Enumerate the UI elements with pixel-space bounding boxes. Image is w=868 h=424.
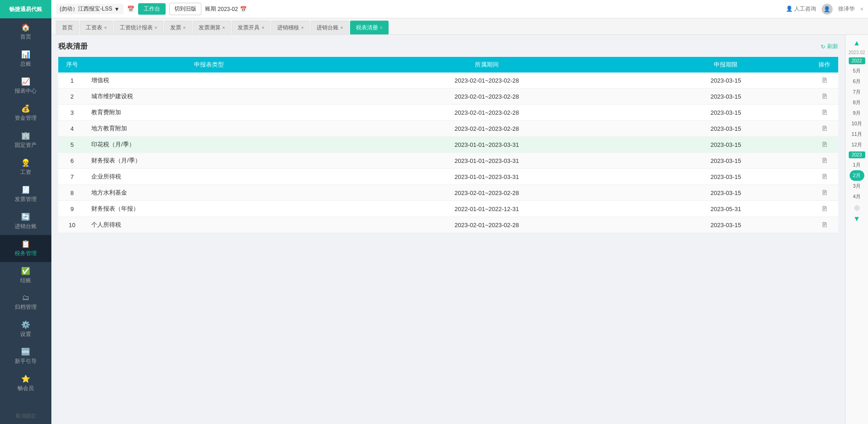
tab-invoice-open[interactable]: 发票开具 ×	[232, 21, 270, 34]
sidebar-item-reports[interactable]: 📈 报表中心	[0, 73, 51, 100]
switch-old-button[interactable]: 切到旧版	[169, 3, 201, 15]
period-value: 2023-02	[218, 6, 238, 12]
timeline-year-2023: 2023	[849, 151, 865, 158]
sidebar-item-guide[interactable]: 🆕 新手引导	[0, 343, 51, 370]
page-title: 税表清册	[58, 42, 88, 51]
sidebar-item-settings[interactable]: ⚙️ 设置	[0, 316, 51, 343]
sidebar-item-tax[interactable]: 📋 税务管理	[0, 235, 51, 262]
tab-salary-label: 工资表	[86, 24, 102, 32]
period-label: 账期	[205, 5, 216, 13]
timeline-month-2-active[interactable]: 2月	[850, 170, 864, 181]
user-service-button[interactable]: 👤 人工咨询	[786, 5, 816, 13]
timeline-collapse-button[interactable]: ◎	[852, 202, 862, 213]
action-icon[interactable]: 🖹	[821, 205, 828, 212]
sidebar-item-reconcile[interactable]: 🔄 进销台账	[0, 208, 51, 235]
action-icon[interactable]: 🖹	[821, 221, 828, 229]
timeline-month-7[interactable]: 7月	[846, 87, 868, 97]
action-icon[interactable]: 🖹	[821, 141, 828, 148]
action-icon[interactable]: 🖹	[821, 173, 828, 180]
sidebar-item-label: 固定资产	[15, 141, 37, 149]
cell-type: 地方水利基金	[86, 185, 333, 201]
col-header-action: 操作	[811, 57, 838, 73]
cell-period: 2023-01-01~2023-03-31	[333, 153, 641, 169]
tab-salary-stats[interactable]: 工资统计报表 ×	[114, 21, 163, 34]
cell-action: 🖹	[811, 201, 838, 217]
tab-invoice[interactable]: 发票 ×	[164, 21, 192, 34]
sidebar-item-funds[interactable]: 💰 资金管理	[0, 100, 51, 127]
refresh-button[interactable]: ↻ 刷新	[821, 43, 838, 50]
calendar-icon: 📅	[127, 6, 134, 12]
cell-index: 2	[58, 89, 86, 105]
action-icon[interactable]: 🖹	[821, 77, 828, 84]
tab-purchase-ledger-close[interactable]: ×	[340, 25, 343, 30]
tab-home[interactable]: 首页	[56, 21, 79, 34]
unpin-button[interactable]: 取消固定	[0, 408, 51, 424]
company-name: (勿动）江西报宝-LSS	[60, 5, 112, 13]
workbench-button[interactable]: 工作台	[138, 3, 166, 15]
tab-salary-close[interactable]: ×	[104, 25, 107, 30]
timeline-month-4[interactable]: 4月	[846, 191, 868, 202]
timeline-month-12[interactable]: 12月	[846, 139, 868, 150]
tab-purchase-check-close[interactable]: ×	[301, 25, 304, 30]
tab-purchase-check[interactable]: 进销稽核 ×	[271, 21, 310, 34]
sidebar-item-member[interactable]: ⭐ 畅会员	[0, 370, 51, 397]
timeline-month-1[interactable]: 1月	[846, 160, 868, 170]
funds-icon: 💰	[21, 104, 30, 113]
chevron-down-icon: ▼	[114, 6, 120, 12]
timeline-month-3[interactable]: 3月	[846, 181, 868, 191]
sidebar-item-archive[interactable]: 🗂 归档管理	[0, 289, 51, 316]
tab-invoice-query-close[interactable]: ×	[223, 25, 225, 30]
invoice-icon: 🧾	[21, 185, 30, 194]
timeline-nav-down[interactable]: ▼	[851, 213, 862, 225]
tab-tax-clearance-label: 税表清册	[356, 24, 378, 32]
action-icon[interactable]: 🖹	[821, 93, 828, 100]
tab-invoice-open-label: 发票开具	[238, 24, 260, 32]
cell-deadline: 2023-03-15	[641, 89, 811, 105]
col-header-deadline: 申报期限	[641, 57, 811, 73]
reports-icon: 📈	[21, 77, 30, 86]
timeline-nav-up[interactable]: ▲	[851, 37, 862, 49]
sidebar-item-label: 结账	[20, 277, 31, 285]
cell-deadline: 2023-03-15	[641, 121, 811, 137]
window-close-icon[interactable]: ×	[860, 6, 863, 12]
sidebar-item-settle[interactable]: ✅ 结账	[0, 262, 51, 289]
cell-period: 2023-02-01~2023-02-28	[333, 185, 641, 201]
timeline-month-6[interactable]: 6月	[846, 76, 868, 87]
sidebar-item-home[interactable]: 🏠 首页	[0, 18, 51, 45]
refresh-icon: ↻	[821, 44, 825, 50]
timeline-month-8[interactable]: 8月	[846, 97, 868, 108]
tab-salary-stats-label: 工资统计报表	[120, 24, 153, 32]
cell-index: 9	[58, 201, 86, 217]
tab-invoice-close[interactable]: ×	[183, 25, 186, 30]
sidebar-item-assets[interactable]: 🏢 固定资产	[0, 127, 51, 154]
content-area: 税表清册 ↻ 刷新 序号 申报表类型 所属期间 申报期限 操作	[51, 35, 845, 424]
sidebar-item-ledger[interactable]: 📊 总账	[0, 45, 51, 73]
tab-tax-clearance-close[interactable]: ×	[380, 25, 383, 30]
action-icon[interactable]: 🖹	[821, 189, 828, 196]
cell-type: 印花税（月/季）	[86, 137, 333, 153]
action-icon[interactable]: 🖹	[821, 109, 828, 116]
action-icon[interactable]: 🖹	[821, 125, 828, 132]
timeline-month-11[interactable]: 11月	[846, 129, 868, 139]
tab-invoice-open-close[interactable]: ×	[262, 25, 264, 30]
sidebar-item-label: 工资	[20, 168, 31, 176]
company-selector[interactable]: (勿动）江西报宝-LSS ▼	[56, 4, 123, 14]
salary-icon: 👷	[21, 158, 30, 167]
sidebar-item-salary[interactable]: 👷 工资	[0, 154, 51, 181]
timeline-month-5[interactable]: 5月	[846, 66, 868, 76]
guide-icon: 🆕	[21, 347, 30, 356]
tab-salary-stats-close[interactable]: ×	[155, 25, 157, 30]
tab-invoice-query[interactable]: 发票测算 ×	[193, 21, 231, 34]
cell-type: 地方教育附加	[86, 121, 333, 137]
tab-tax-clearance[interactable]: 税表清册 ×	[350, 21, 389, 34]
action-icon[interactable]: 🖹	[821, 157, 828, 164]
tab-salary[interactable]: 工资表 ×	[80, 21, 113, 34]
timeline-month-9[interactable]: 9月	[846, 108, 868, 118]
cell-type: 增值税	[86, 73, 333, 89]
timeline-month-10[interactable]: 10月	[846, 118, 868, 129]
sidebar-item-label: 报表中心	[15, 87, 37, 95]
sidebar-item-invoice[interactable]: 🧾 发票管理	[0, 181, 51, 208]
tab-purchase-ledger[interactable]: 进销台账 ×	[311, 21, 349, 34]
tab-invoice-label: 发票	[170, 24, 181, 32]
topbar-right: 👤 人工咨询 👤 徐泽华 ×	[786, 4, 863, 15]
